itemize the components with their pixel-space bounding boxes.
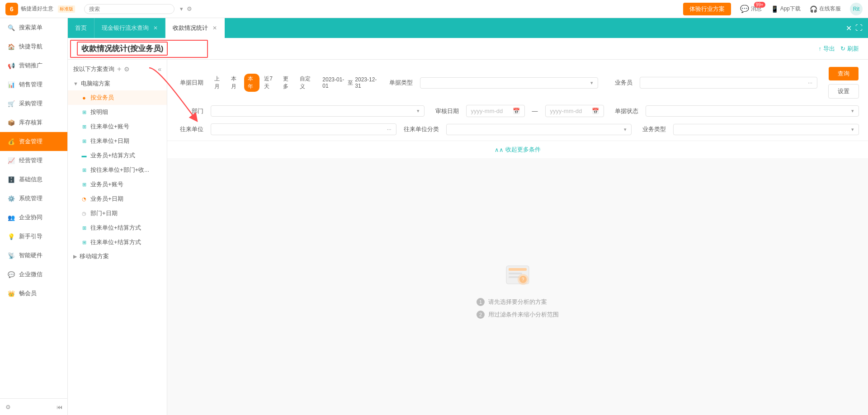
scheme-add-icon[interactable]: + [117, 65, 121, 73]
scheme-pd-icon: ⊞ [80, 137, 88, 145]
staff-select[interactable]: ··· [640, 77, 817, 89]
svg-rect-1 [509, 268, 527, 271]
user-avatar[interactable]: Rit [850, 3, 863, 15]
sidebar-item-finance[interactable]: 💰 资金管理 [0, 132, 67, 151]
app-download-btn[interactable]: 📱 App下载 [771, 5, 801, 13]
bill-type-select[interactable]: ▾ [420, 77, 598, 89]
collapse-filter-button[interactable]: ∧∧ 收起更多条件 [167, 141, 868, 158]
filter-row-3: 往来单位 ··· 往来单位分类 ▾ 业务类型 [176, 123, 859, 135]
tab-expand-icon[interactable]: ⛶ [855, 24, 863, 32]
partner-select[interactable]: ··· [211, 123, 396, 135]
tab-home[interactable]: 首页 [68, 18, 94, 38]
scheme-settings-icon[interactable]: ⚙ [124, 66, 130, 73]
step-2-text: 用过滤条件来缩小分析范围 [488, 311, 559, 319]
dept-arrow-icon: ▾ [417, 108, 420, 114]
partner-cat-arrow-icon: ▾ [624, 127, 627, 132]
tab-bank[interactable]: 现金银行流水查询 ✕ [94, 18, 165, 38]
query-button[interactable]: 查询 [829, 67, 859, 80]
settings-icon[interactable]: ⚙ [187, 5, 192, 12]
sidebar-item-hardware[interactable]: 📡 智能硬件 [0, 246, 67, 265]
refresh-icon: ↻ [840, 45, 845, 52]
partner-category-select[interactable]: ▾ [446, 124, 632, 135]
bill-status-label: 单据状态 [611, 107, 638, 115]
sidebar-item-wechat[interactable]: 💬 企业微信 [0, 265, 67, 284]
step-1-number: 1 [476, 298, 485, 306]
tab-close-all-icon[interactable]: ✕ [846, 24, 852, 33]
sidebar-item-search-menu[interactable]: 🔍 搜索菜单 [0, 18, 67, 37]
biz-type-select[interactable]: ▾ [673, 124, 859, 135]
tab-bank-close[interactable]: ✕ [153, 25, 158, 31]
svg-text:?: ? [522, 277, 524, 282]
scheme-collapse-icon[interactable]: « [158, 66, 161, 73]
page-actions: ↑ 导出 ↻ 刷新 [819, 45, 859, 53]
date-separator: 至 [348, 79, 353, 87]
scheme-partner-dept-recv[interactable]: ⊞ 按往来单位+部门+收... [68, 163, 167, 177]
scheme-partner-settle2[interactable]: ⊞ 往来单位+结算方式 [68, 235, 167, 250]
sidebar-item-quick-nav[interactable]: 🏠 快捷导航 [0, 37, 67, 56]
database-icon: 🗄️ [7, 175, 15, 184]
date-tab-7days[interactable]: 近7天 [260, 74, 278, 92]
crown-icon: 👑 [7, 289, 15, 297]
date-tab-thismonth[interactable]: 本月 [227, 74, 243, 92]
audit-date-sep: — [532, 108, 538, 114]
logo-area: 6 畅捷通好生意 标准版 [5, 3, 75, 15]
tab-receipt[interactable]: 收款情况统计 ✕ [165, 18, 225, 38]
people-icon: 👥 [7, 213, 15, 222]
sidebar-item-inventory[interactable]: 📦 库存核算 [0, 113, 67, 132]
settings-bottom-icon[interactable]: ⚙ [4, 402, 13, 411]
sidebar-item-ops[interactable]: 📈 经营管理 [0, 151, 67, 170]
sidebar-item-member[interactable]: 👑 畅会员 [0, 284, 67, 303]
desktop-group-header[interactable]: ▼ 电脑端方案 [68, 77, 167, 90]
dropdown-arrow[interactable]: ▾ [180, 5, 183, 12]
date-tab-more[interactable]: 更多 [279, 74, 295, 92]
device-icon: 📡 [7, 251, 15, 259]
scheme-pdr-icon: ⊞ [80, 166, 88, 174]
export-button[interactable]: ↑ 导出 [819, 45, 835, 53]
mobile-group: ▶ 移动端方案 [68, 250, 167, 263]
sidebar-item-marketing[interactable]: 📢 营销推广 [0, 56, 67, 75]
sidebar-item-sales[interactable]: 📊 销售管理 [0, 75, 67, 94]
search-icon: 🔍 [7, 24, 15, 32]
trial-button[interactable]: 体验行业方案 [683, 3, 731, 15]
refresh-button[interactable]: ↻ 刷新 [840, 45, 859, 53]
search-input[interactable] [84, 4, 175, 14]
content-area: 首页 现金银行流水查询 ✕ 收款情况统计 ✕ ✕ ⛶ 收款情况统计(按业务员) [68, 18, 868, 415]
collapse-sidebar-icon[interactable]: ⏮ [55, 402, 64, 411]
empty-text-area: 1 请先选择要分析的方案 2 用过滤条件来缩小分析范围 [476, 298, 559, 319]
scheme-partner-settle1[interactable]: ⊞ 往来单位+结算方式 [68, 221, 167, 235]
scheme-staff-settle[interactable]: ▬ 业务员+结算方式 [68, 148, 167, 163]
mobile-group-header[interactable]: ▶ 移动端方案 [68, 250, 167, 263]
tab-receipt-close[interactable]: ✕ [212, 25, 217, 31]
audit-date-from[interactable]: yyyy-mm-dd 📅 [466, 105, 525, 117]
dept-select[interactable]: ▾ [211, 105, 425, 117]
sidebar-item-system[interactable]: ⚙️ 系统管理 [0, 189, 67, 208]
message-badge: 99+ [754, 2, 765, 8]
scheme-by-detail[interactable]: ⊞ 按明细 [68, 105, 167, 119]
audit-date-to[interactable]: yyyy-mm-dd 📅 [545, 105, 604, 117]
scheme-by-staff[interactable]: ● 按业务员 [68, 90, 167, 105]
sidebar-item-corp[interactable]: 👥 企业协同 [0, 208, 67, 227]
step-2-number: 2 [476, 311, 485, 319]
scheme-dept-date[interactable]: ◷ 部门+日期 [68, 206, 167, 221]
scheme-staff-account[interactable]: ⊞ 业务员+账号 [68, 177, 167, 192]
megaphone-icon: 📢 [7, 61, 15, 70]
date-tab-custom[interactable]: 自定义 [296, 74, 316, 92]
scheme-partner-account[interactable]: ⊞ 往来单位+账号 [68, 119, 167, 134]
empty-step-1: 1 请先选择要分析的方案 [476, 298, 559, 306]
scheme-partner-date[interactable]: ⊞ 往来单位+日期 [68, 134, 167, 148]
message-btn[interactable]: 💬 消息 99+ [740, 5, 762, 13]
date-tab-thisyear[interactable]: 本年 [244, 74, 260, 92]
sidebar-item-purchase[interactable]: 🛒 采购管理 [0, 94, 67, 113]
scheme-sd-icon: ◔ [80, 195, 88, 203]
sidebar-item-basic[interactable]: 🗄️ 基础信息 [0, 170, 67, 189]
empty-state: ? 1 请先选择要分析的方案 2 用过滤条件来缩小分析范围 [167, 158, 868, 415]
bill-status-select[interactable]: ▾ [646, 105, 859, 117]
box-icon: 📦 [7, 118, 15, 127]
date-tab-lastmonth[interactable]: 上月 [211, 74, 226, 92]
settings-button[interactable]: 设置 [828, 84, 859, 99]
dept-label: 部门 [176, 107, 203, 115]
ops-icon: 📈 [7, 156, 15, 165]
online-service-btn[interactable]: 🎧 在线客服 [810, 5, 841, 13]
sidebar-item-guide[interactable]: 💡 新手引导 [0, 227, 67, 246]
scheme-staff-date[interactable]: ◔ 业务员+日期 [68, 192, 167, 206]
